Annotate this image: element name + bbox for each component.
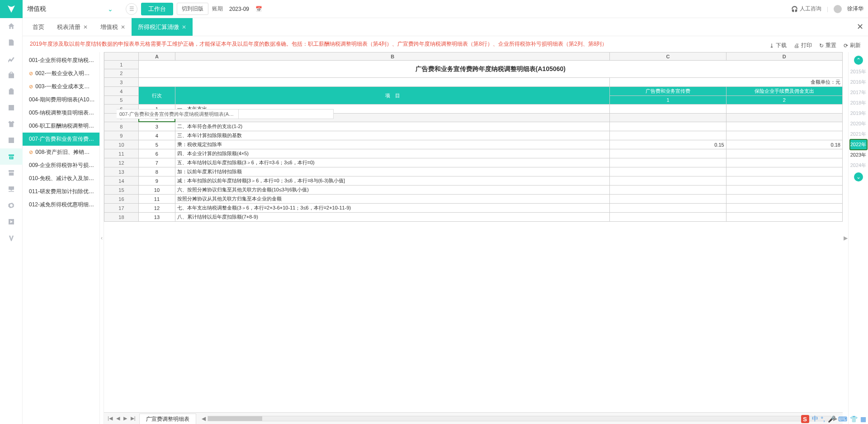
cell-c[interactable] <box>610 114 726 122</box>
year-down-icon[interactable]: ⌄ <box>854 172 863 181</box>
cell-c[interactable] <box>610 176 726 185</box>
cell-c[interactable]: 0.15 <box>610 140 726 149</box>
year-2016年[interactable]: 2016年 <box>850 77 867 87</box>
row-num[interactable]: 4 <box>139 131 175 140</box>
period-value[interactable]: 2023-09 <box>226 6 252 12</box>
row-num[interactable]: 7 <box>139 158 175 167</box>
nav-form-icon[interactable] <box>0 100 23 116</box>
right-panel-expand-icon[interactable]: ▶ <box>843 52 848 424</box>
tree-item-3[interactable]: 004-期间费用明细表(A1040... <box>23 93 99 106</box>
ime-skin-icon[interactable]: 👕 <box>850 415 858 423</box>
tree-item-6[interactable]: 007-广告费和业务宣传费跨... <box>23 133 99 146</box>
workspace-button[interactable]: 工作台 <box>141 3 173 15</box>
row-num[interactable]: 5 <box>139 140 175 149</box>
row-num[interactable]: 11 <box>139 195 175 203</box>
tab-close-icon[interactable]: ✕ <box>121 24 125 30</box>
year-2019年[interactable]: 2019年 <box>850 108 867 119</box>
ime-keyboard-icon[interactable]: ⌨ <box>838 415 847 423</box>
cell-c[interactable] <box>610 167 726 176</box>
tab-3[interactable]: 所得税汇算清缴✕ <box>132 18 193 36</box>
tree-item-7[interactable]: ⊘ 008-资产折旧、摊销及纳税... <box>23 146 99 159</box>
cell-d[interactable] <box>726 158 842 167</box>
cell-c[interactable] <box>610 122 726 131</box>
row-num[interactable]: 6 <box>139 149 175 158</box>
cell-c[interactable] <box>610 186 726 194</box>
switch-old-button[interactable]: 切到旧版 <box>177 3 208 15</box>
year-2024年[interactable]: 2024年 <box>850 160 867 171</box>
nav-gear-icon[interactable] <box>0 197 23 214</box>
year-2023年[interactable]: 2023年 <box>850 150 867 160</box>
cell-d[interactable] <box>726 149 842 158</box>
year-2022年[interactable]: 2022年 <box>850 139 867 150</box>
year-2017年[interactable]: 2017年 <box>850 87 867 98</box>
cell-c[interactable] <box>610 213 726 221</box>
cell-d[interactable] <box>726 114 842 122</box>
row-item[interactable]: 七、本年支出纳税调整金额(3＞6，本行=2+3-6+10-11；3≤6，本行=2… <box>175 204 609 212</box>
cell-d[interactable] <box>726 186 842 194</box>
tree-item-11[interactable]: 012-减免所得税优惠明细表(... <box>23 198 99 211</box>
sheet-nav[interactable]: |◀◀▶▶| <box>104 413 139 424</box>
spreadsheet-grid[interactable]: ABCD 1广告费和业务宣传费跨年度纳税调整明细表(A105060) 2 3金额… <box>104 52 843 222</box>
tree-item-8[interactable]: 009-企业所得税弥补亏损明... <box>23 159 99 172</box>
app-logo[interactable] <box>0 0 23 18</box>
row-num[interactable]: 13 <box>139 213 175 221</box>
cell-d[interactable] <box>726 167 842 176</box>
year-2020年[interactable]: 2020年 <box>850 119 867 129</box>
row-item[interactable]: 六、按照分摊协议归集至其他关联方的金额(10≤3与6孰小值) <box>175 186 609 194</box>
ime-menu-icon[interactable]: ▦ <box>860 415 866 423</box>
tab-1[interactable]: 税表清册✕ <box>51 18 94 36</box>
tree-item-9[interactable]: 010-免税、减计收入及加计... <box>23 172 99 185</box>
title-dropdown-icon[interactable]: ⌄ <box>99 5 122 13</box>
cell-c[interactable] <box>610 105 726 113</box>
year-2021年[interactable]: 2021年 <box>850 129 867 139</box>
sheet-tab-active[interactable]: 广宣费调整明细表 <box>139 414 196 424</box>
year-2018年[interactable]: 2018年 <box>850 98 867 108</box>
row-item[interactable]: 按照分摊协议从其他关联方归集至本企业的金额 <box>175 195 609 203</box>
tree-item-1[interactable]: ⊘ 002-一般企业收入明细表(A... <box>23 67 99 80</box>
cell-d[interactable] <box>726 122 842 131</box>
user-name[interactable]: 徐泽华 <box>847 5 863 13</box>
cell-d[interactable] <box>726 131 842 140</box>
tree-collapse-handle[interactable]: ‹ <box>99 52 104 424</box>
avatar-icon[interactable] <box>834 5 842 13</box>
nav-clipboard-icon[interactable] <box>0 83 23 100</box>
formula-cell-ref[interactable]: 007-广告费和业务宣传费跨年度纳税调整明细表(A105060) <box>117 110 239 119</box>
nav-v-icon[interactable] <box>0 230 23 246</box>
row-item[interactable]: 乘：税收规定扣除率 <box>175 140 609 149</box>
cell-d[interactable] <box>726 105 842 113</box>
tab-0[interactable]: 首页 <box>26 18 51 36</box>
ime-lang[interactable]: 中 <box>812 415 818 423</box>
nav-image-icon[interactable] <box>0 132 23 148</box>
tab-close-icon[interactable]: ✕ <box>83 24 88 30</box>
print-button[interactable]: 🖨 打印 <box>794 42 812 49</box>
calendar-icon[interactable]: 📅 <box>255 6 262 12</box>
tab-2[interactable]: 增值税✕ <box>94 18 132 36</box>
row-num[interactable]: 10 <box>139 186 175 194</box>
row-item[interactable]: 八、累计结转以后年度扣除额(7+8-9) <box>175 213 609 221</box>
download-button[interactable]: ⤓ 下载 <box>769 42 787 49</box>
help-link[interactable]: 🎧 人工咨询 <box>791 5 821 13</box>
tree-item-0[interactable]: 001-企业所得税年度纳税申... <box>23 54 99 67</box>
cell-c[interactable] <box>610 158 726 167</box>
year-2015年[interactable]: 2015年 <box>850 67 867 77</box>
cell-d[interactable]: 0.18 <box>726 140 842 149</box>
cell-d[interactable] <box>726 213 842 221</box>
nav-home-icon[interactable] <box>0 18 23 34</box>
tree-item-2[interactable]: ⊘ 003-一般企业成本支出明细... <box>23 80 99 93</box>
row-item[interactable]: 三、本年计算扣除限额的基数 <box>175 131 609 140</box>
ime-punct-icon[interactable]: °, <box>821 415 826 423</box>
tree-item-5[interactable]: 006-职工薪酬纳税调整明细... <box>23 119 99 133</box>
nav-inbox-icon[interactable] <box>0 181 23 197</box>
tab-close-icon[interactable]: ✕ <box>182 24 186 30</box>
cell-c[interactable] <box>610 204 726 212</box>
nav-shirt-icon[interactable] <box>0 116 23 132</box>
nav-tax-icon[interactable] <box>0 148 23 165</box>
cell-d[interactable] <box>726 204 842 212</box>
cell-c[interactable] <box>610 131 726 140</box>
ime-badge-icon[interactable]: S <box>801 415 809 423</box>
tree-item-10[interactable]: 011-研发费用加计扣除优惠... <box>23 185 99 198</box>
year-up-icon[interactable]: ⌃ <box>854 56 863 65</box>
nav-doc-icon[interactable] <box>0 34 23 51</box>
nav-bag-icon[interactable] <box>0 67 23 83</box>
horizontal-scrollbar[interactable]: ◀▶ <box>196 413 843 424</box>
